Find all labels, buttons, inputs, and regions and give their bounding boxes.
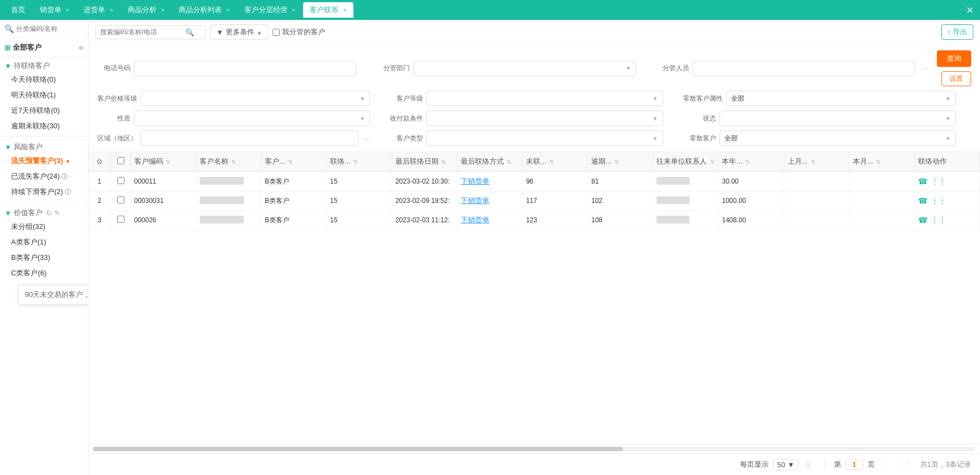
sidebar-collapse-btn[interactable]: « (79, 43, 84, 53)
window-close-button[interactable]: ✕ (964, 3, 976, 18)
prev-page-btn[interactable]: 〈 (817, 458, 830, 471)
page-number-input[interactable] (846, 459, 863, 470)
last-page-btn[interactable]: 〉〉 (896, 458, 916, 471)
tab-customer-contact[interactable]: 客户联系 × (303, 2, 353, 18)
col-cust-type[interactable]: 客户... ⇅ (261, 152, 326, 171)
row-2-grid-icon[interactable]: ⋮⋮ (931, 196, 946, 205)
col-gear-icon[interactable]: ⚙ (96, 158, 103, 166)
next-page-btn[interactable]: 〉 (879, 458, 892, 471)
row-1-grid-icon[interactable]: ⋮⋮ (931, 177, 946, 186)
col-this-year[interactable]: 本年... ⇅ (718, 152, 784, 171)
scroll-track[interactable] (93, 447, 976, 451)
col-overdue[interactable]: 逾期... ⇅ (588, 152, 653, 171)
tab-sales-close[interactable]: × (66, 7, 69, 13)
row-3-grid-icon[interactable]: ⋮⋮ (931, 216, 946, 225)
settings-button[interactable]: 设置 (941, 71, 971, 86)
my-customers-checkbox[interactable] (273, 29, 280, 36)
sidebar-item-churned-label: 已流失客户(24) (11, 172, 60, 180)
person-input[interactable] (692, 61, 915, 76)
price-level-select[interactable]: ▼ (140, 91, 370, 106)
nature-select[interactable]: ▼ (134, 111, 370, 126)
zero-cust-select[interactable]: 全部 ▼ (720, 131, 956, 146)
payment-select[interactable]: ▼ (426, 111, 663, 126)
sidebar-group-pending[interactable]: ▼ 待联络客户 (0, 58, 88, 72)
value-refresh-icon[interactable]: ↻ (46, 209, 52, 217)
tab-purchase-close[interactable]: × (110, 7, 113, 13)
row-2-method-link[interactable]: 下销货单 (461, 196, 489, 205)
person-dots-icon[interactable]: ··· (922, 64, 928, 72)
row-2-last-method[interactable]: 下销货单 (457, 191, 523, 211)
sidebar-item-class-c[interactable]: C类客户(6) (0, 265, 88, 281)
sidebar-item-7days[interactable]: 近7天待联络(0) (0, 103, 88, 118)
row-3-contact-icon[interactable]: ☎ (918, 216, 927, 225)
row-1-last-method[interactable]: 下销货单 (457, 171, 523, 191)
col-last-month[interactable]: 上月... ⇅ (784, 152, 849, 171)
select-all-checkbox[interactable] (117, 157, 124, 164)
col-gear[interactable]: ⚙ (88, 152, 111, 171)
sidebar-group-value[interactable]: ▼ 价值客户 ↻ ✎ (0, 205, 88, 219)
sidebar-item-class-b[interactable]: B类客户(33) (0, 250, 88, 265)
tab-purchase[interactable]: 进货单 × (77, 2, 119, 18)
area-input[interactable] (140, 131, 358, 146)
horizontal-scrollbar[interactable] (88, 444, 980, 453)
col-last-method[interactable]: 最后联络方式 ⇅ (457, 152, 523, 171)
scroll-thumb[interactable] (93, 447, 623, 451)
sidebar-item-ungrouped[interactable]: 未分组(32) (0, 219, 88, 234)
tab-customer-contact-close[interactable]: × (343, 7, 346, 13)
export-button[interactable]: ↑ 导出 (941, 24, 974, 40)
row-1-contact-icon[interactable]: ☎ (918, 177, 927, 186)
col-code[interactable]: 客户编码 ⇅ (131, 152, 196, 171)
row-1-actions: ☎ ⋮⋮ (914, 171, 979, 191)
cust-level-select[interactable]: ▼ (426, 91, 663, 106)
phone-input[interactable] (134, 61, 357, 76)
zero-attr-select[interactable]: 全部 ▼ (726, 91, 956, 106)
col-contact-count[interactable]: 联络... ⇅ (326, 152, 392, 171)
row-3-checkbox[interactable] (117, 216, 124, 223)
payment-label: 收付款条件 (390, 114, 423, 123)
col-uncontact[interactable]: 未联... ⇅ (523, 152, 588, 171)
query-button[interactable]: 查询 (937, 50, 971, 67)
main-search-icon[interactable]: 🔍 (185, 28, 194, 36)
area-dots-icon[interactable]: ··· (364, 134, 370, 143)
tab-analysis-list-close[interactable]: × (226, 7, 230, 13)
main-search-input[interactable] (100, 28, 183, 36)
my-customers-checkbox-wrap[interactable]: 我分管的客户 (273, 27, 325, 37)
tab-analysis-close[interactable]: × (161, 7, 164, 13)
page-size-select[interactable]: 50 ▼ (773, 459, 798, 471)
row-2-contact-icon[interactable]: ☎ (918, 196, 927, 205)
sidebar-item-declining[interactable]: 持续下滑客户(2) ⓘ (0, 184, 88, 200)
tab-sales[interactable]: 销货单 × (33, 2, 76, 18)
value-edit-icon[interactable]: ✎ (54, 209, 60, 217)
sidebar-item-today[interactable]: 今天待联络(0) (0, 72, 88, 87)
dept-select[interactable]: ▼ (413, 61, 636, 76)
col-last-date[interactable]: 最后联络日期 ⇅ (392, 152, 457, 171)
sidebar-search-input[interactable] (16, 25, 84, 33)
tab-customer-layer-close[interactable]: × (292, 7, 295, 13)
tab-analysis-list[interactable]: 商品分析列表 × (172, 2, 236, 18)
sidebar-item-class-a[interactable]: A类客户(1) (0, 234, 88, 250)
row-1-method-link[interactable]: 下销货单 (461, 177, 489, 185)
tab-home[interactable]: 首页 (4, 2, 32, 18)
sidebar-item-tomorrow[interactable]: 明天待联络(1) (0, 87, 88, 103)
row-1-checkbox[interactable] (117, 177, 124, 184)
cust-type-select[interactable]: ▼ (426, 131, 663, 146)
col-this-month[interactable]: 本月... ⇅ (849, 152, 914, 171)
sidebar-group-risk[interactable]: ▼ 风险客户 (0, 139, 88, 153)
row-3-method-link[interactable]: 下销货单 (461, 216, 489, 224)
col-contact-person[interactable]: 往来单位联系人 ⇅ (653, 152, 718, 171)
sidebar-item-churn-warning[interactable]: 流失预警客户(3) ● (0, 153, 88, 169)
col-checkbox[interactable] (111, 152, 131, 171)
row-2-code: 00030031 (131, 191, 196, 211)
tab-analysis[interactable]: 商品分析 × (121, 2, 171, 18)
col-name[interactable]: 客户名称 ⇅ (196, 152, 261, 171)
status-select[interactable]: ▼ (720, 111, 956, 126)
first-page-btn[interactable]: ⟨⟨ (803, 459, 813, 470)
row-3-last-method[interactable]: 下销货单 (457, 211, 523, 230)
sidebar-item-overdue[interactable]: 逾期未联络(30) (0, 118, 88, 134)
row-2-checkbox[interactable] (117, 196, 124, 203)
more-conditions-btn[interactable]: ▼ 更多条件 ▲ (210, 24, 268, 40)
row-2-overdue: 102 (588, 191, 653, 211)
sidebar-item-churned[interactable]: 已流失客户(24) ⓘ (0, 169, 88, 184)
table-body: 1 000011 B类客户 15 2023-03-02 10:30: 下销货单 (88, 171, 980, 230)
tab-customer-layer[interactable]: 客户分层经营 × (238, 2, 302, 18)
